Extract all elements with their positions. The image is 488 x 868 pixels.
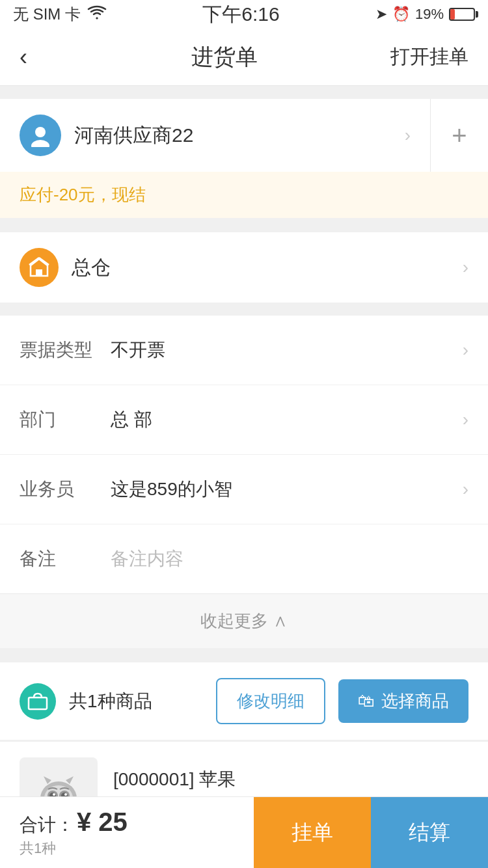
bottom-bar: 合计： ¥ 25 共1种 挂单 结算: [0, 796, 488, 868]
page-title: 进货单: [191, 42, 258, 72]
wifi-icon: [87, 5, 107, 23]
remark-value: 备注内容: [111, 547, 468, 571]
gap-1: [0, 86, 488, 99]
department-chevron: ›: [463, 409, 468, 430]
status-left: 无 SIM 卡: [13, 4, 107, 25]
svg-point-0: [35, 127, 46, 137]
warehouse-name: 总仓: [72, 254, 456, 281]
total-amount: ¥ 25: [77, 807, 128, 837]
products-icon: [20, 683, 56, 720]
form-section: 票据类型 不开票 › 部门 总 部 › 业务员 这是859的小智 › 备注 备注…: [0, 316, 488, 593]
product-name: [0000001] 苹果: [113, 767, 438, 792]
products-header: 共1种商品 修改明细 🛍 选择商品: [0, 662, 488, 740]
department-row[interactable]: 部门 总 部 ›: [0, 385, 488, 455]
info-text: 应付-20元，现结: [20, 185, 146, 204]
svg-marker-16: [44, 776, 51, 784]
network-label: 无 SIM 卡: [13, 4, 81, 25]
gap-2: [0, 218, 488, 231]
svg-marker-17: [66, 776, 74, 784]
nav-bar: ‹ 进货单 打开挂单: [0, 29, 488, 86]
supplier-name: 河南供应商22: [74, 122, 398, 149]
supplier-chevron-icon: ›: [405, 125, 411, 146]
invoice-type-chevron: ›: [463, 340, 468, 360]
settle-button[interactable]: 结算: [371, 797, 488, 868]
gap-3: [0, 303, 488, 316]
remark-row[interactable]: 备注 备注内容: [0, 524, 488, 593]
select-product-label: 选择商品: [381, 690, 449, 712]
status-bar: 无 SIM 卡 下午6:16 ➤ ⏰ 19%: [0, 0, 488, 29]
collapse-bar[interactable]: 收起更多 ∧: [0, 593, 488, 648]
salesperson-row[interactable]: 业务员 这是859的小智 ›: [0, 455, 488, 524]
invoice-type-value: 不开票: [111, 338, 456, 362]
total-section: 合计： ¥ 25 共1种: [0, 797, 254, 868]
total-label: 合计：: [20, 813, 74, 837]
warehouse-selector[interactable]: 总仓 ›: [0, 232, 488, 303]
battery-icon: [449, 8, 475, 21]
warehouse-chevron-icon: ›: [463, 257, 468, 278]
gap-4: [0, 648, 488, 661]
back-button[interactable]: ‹: [20, 44, 59, 71]
time-label: 下午6:16: [202, 1, 279, 28]
salesperson-chevron: ›: [463, 479, 468, 500]
products-count: 共1种商品: [69, 689, 203, 714]
select-product-icon: 🛍: [358, 691, 375, 711]
warehouse-icon: [20, 248, 59, 287]
open-pending-button[interactable]: 打开挂单: [390, 44, 468, 70]
info-banner: 应付-20元，现结: [0, 172, 488, 218]
remark-label: 备注: [20, 547, 111, 571]
total-count: 共1种: [20, 839, 234, 858]
edit-detail-button[interactable]: 修改明细: [216, 678, 325, 724]
status-right: ➤ ⏰ 19%: [375, 6, 475, 23]
alarm-icon: ⏰: [392, 6, 410, 23]
product-code: [0000001]: [113, 769, 199, 789]
svg-point-14: [64, 793, 67, 796]
battery-percent: 19%: [415, 6, 444, 23]
invoice-type-row[interactable]: 票据类型 不开票 ›: [0, 316, 488, 385]
svg-point-13: [53, 793, 55, 796]
svg-marker-5: [29, 258, 39, 265]
pending-button[interactable]: 挂单: [254, 797, 371, 868]
location-icon: ➤: [375, 6, 387, 23]
department-label: 部门: [20, 407, 111, 432]
department-value: 总 部: [111, 407, 456, 432]
supplier-section: 河南供应商22 › +: [0, 99, 488, 172]
salesperson-label: 业务员: [20, 477, 111, 502]
add-supplier-button[interactable]: +: [431, 99, 488, 172]
svg-marker-4: [39, 258, 49, 265]
collapse-text: 收起更多 ∧: [200, 610, 287, 632]
product-title: 苹果: [199, 769, 236, 789]
svg-rect-3: [36, 269, 42, 276]
select-product-button[interactable]: 🛍 选择商品: [338, 679, 468, 723]
invoice-type-label: 票据类型: [20, 338, 111, 362]
salesperson-value: 这是859的小智: [111, 477, 456, 502]
svg-rect-6: [29, 698, 47, 709]
svg-point-1: [31, 140, 49, 147]
supplier-selector[interactable]: 河南供应商22 ›: [0, 99, 431, 172]
supplier-avatar: [20, 115, 61, 156]
